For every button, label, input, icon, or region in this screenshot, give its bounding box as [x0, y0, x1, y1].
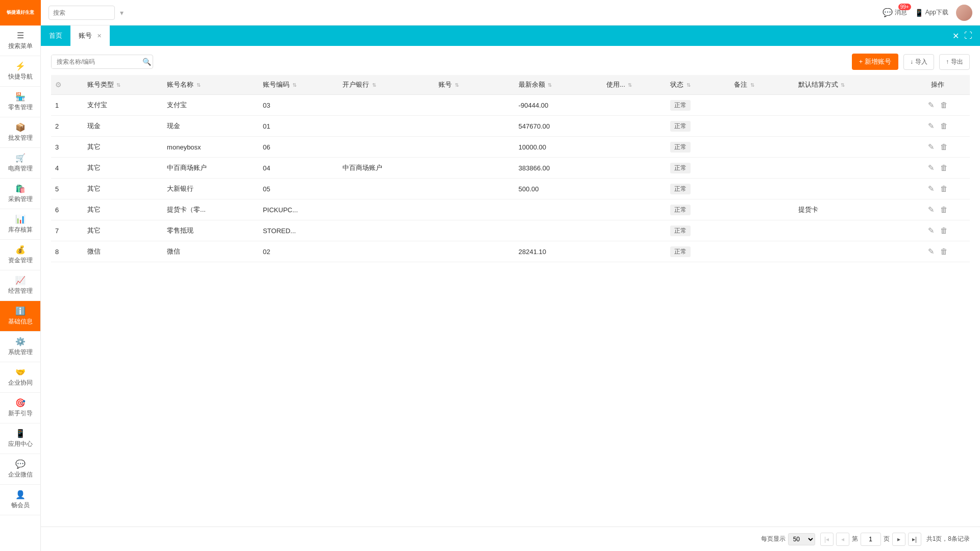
sidebar-item-search-menu[interactable]: ☰ 搜索菜单: [0, 26, 40, 56]
search-menu-icon: ☰: [3, 31, 38, 40]
cell-type: 微信: [83, 241, 163, 262]
cell-balance: -90444.00: [514, 95, 602, 116]
message-button[interactable]: 💬 消息 99+: [883, 8, 907, 17]
settings-icon[interactable]: ⚙: [55, 81, 62, 89]
edit-button[interactable]: ✎: [926, 99, 937, 111]
tab-close-action-icon[interactable]: ✕: [952, 31, 959, 41]
app-download-button[interactable]: 📱 App下载: [915, 8, 948, 17]
cell-name: 现金: [163, 116, 259, 137]
app-download-icon: 📱: [915, 9, 923, 17]
sidebar-item-operations-mgmt[interactable]: 📈 经营管理: [0, 270, 40, 301]
delete-button[interactable]: 🗑: [938, 246, 950, 257]
table-row: 5 其它 大新银行 05 500.00 正常 ✎ 🗑: [51, 179, 970, 199]
purchase-mgmt-icon: 🛍️: [3, 184, 38, 193]
cell-use: [602, 179, 666, 199]
member-icon: 👤: [3, 490, 38, 499]
cell-account: [434, 241, 514, 262]
ecommerce-mgmt-icon: 🛒: [3, 153, 38, 163]
cell-balance: 28241.10: [514, 241, 602, 262]
col-header-use[interactable]: 使用... ⇅: [602, 75, 666, 95]
col-header-remark[interactable]: 备注 ⇅: [730, 75, 794, 95]
sidebar-item-retail-mgmt[interactable]: 🏪 零售管理: [0, 87, 40, 117]
cell-default: 提货卡: [794, 199, 906, 220]
cell-use: [602, 116, 666, 137]
col-header-balance[interactable]: 最新余额 ⇅: [514, 75, 602, 95]
col-header-settings[interactable]: ⚙: [51, 75, 83, 95]
page-first-button[interactable]: |◂: [820, 533, 834, 546]
sidebar-item-basic-info[interactable]: ℹ️ 基础信息: [0, 301, 40, 332]
sidebar-item-enterprise-wechat[interactable]: 💬 企业微信: [0, 454, 40, 485]
cell-remark: [730, 137, 794, 158]
col-header-status[interactable]: 状态 ⇅: [666, 75, 730, 95]
sidebar-item-app-center[interactable]: 📱 应用中心: [0, 423, 40, 454]
total-info: 共1页，8条记录: [926, 535, 970, 543]
delete-button[interactable]: 🗑: [938, 99, 950, 110]
page-size-select[interactable]: 50 20 100: [788, 533, 815, 545]
sidebar-item-beginner-guide[interactable]: 🎯 新手引导: [0, 393, 40, 423]
table-row: 2 现金 现金 01 547670.00 正常 ✎ 🗑: [51, 116, 970, 137]
page-number-input[interactable]: [861, 533, 881, 546]
cell-status: 正常: [666, 137, 730, 158]
header-right: 💬 消息 99+ 📱 App下载: [883, 5, 972, 21]
page-last-button[interactable]: ▸|: [908, 533, 921, 546]
sidebar-item-purchase-mgmt[interactable]: 🛍️ 采购管理: [0, 179, 40, 209]
sidebar-item-system-mgmt[interactable]: ⚙️ 系统管理: [0, 332, 40, 362]
sidebar-item-quick-nav[interactable]: ⚡ 快捷导航: [0, 56, 40, 87]
cell-balance: 500.00: [514, 179, 602, 199]
cell-action: ✎ 🗑: [906, 241, 970, 262]
cell-bank: [338, 116, 434, 137]
page-next-button[interactable]: ▸: [892, 533, 905, 546]
tab-accounts-close[interactable]: ✕: [97, 33, 102, 39]
sidebar-item-ecommerce-mgmt[interactable]: 🛒 电商管理: [0, 148, 40, 179]
edit-button[interactable]: ✎: [926, 141, 937, 153]
col-header-default[interactable]: 默认结算方式 ⇅: [794, 75, 906, 95]
export-button[interactable]: ↑ 导出: [939, 54, 970, 70]
delete-button[interactable]: 🗑: [938, 141, 950, 152]
search-button[interactable]: 🔍: [138, 58, 153, 66]
cell-account: [434, 116, 514, 137]
delete-button[interactable]: 🗑: [938, 120, 950, 131]
system-mgmt-icon: ⚙️: [3, 337, 38, 346]
edit-button[interactable]: ✎: [926, 225, 937, 236]
sidebar-item-inventory[interactable]: 📊 库存核算: [0, 209, 40, 240]
edit-button[interactable]: ✎: [926, 246, 937, 257]
cell-default: [794, 95, 906, 116]
sidebar-item-enterprise-agreement[interactable]: 🤝 企业协同: [0, 362, 40, 393]
user-avatar[interactable]: [956, 5, 972, 21]
col-header-type[interactable]: 账号类型 ⇅: [83, 75, 163, 95]
edit-button[interactable]: ✎: [926, 204, 937, 215]
col-header-name[interactable]: 账号名称 ⇅: [163, 75, 259, 95]
table-row: 7 其它 零售抵现 STORED... 正常 ✎ 🗑: [51, 220, 970, 241]
tab-fullscreen-icon[interactable]: ⛶: [964, 31, 972, 40]
sort-default-icon: ⇅: [841, 82, 845, 88]
sidebar-item-finance-mgmt[interactable]: 💰 资金管理: [0, 240, 40, 270]
delete-button[interactable]: 🗑: [938, 204, 950, 215]
import-button[interactable]: ↓ 导入: [903, 54, 934, 70]
col-header-code[interactable]: 账号编码 ⇅: [259, 75, 339, 95]
cell-action: ✎ 🗑: [906, 199, 970, 220]
delete-button[interactable]: 🗑: [938, 162, 950, 173]
edit-button[interactable]: ✎: [926, 120, 937, 132]
cell-code: 02: [259, 241, 339, 262]
add-account-button[interactable]: + 新增账号: [852, 54, 898, 70]
tab-accounts[interactable]: 账号 ✕: [70, 26, 110, 46]
page-prev-button[interactable]: ◂: [836, 533, 849, 546]
cell-num: 7: [51, 220, 83, 241]
header-search-input[interactable]: [48, 6, 115, 20]
cell-balance: 10000.00: [514, 137, 602, 158]
tab-home[interactable]: 首页: [41, 26, 70, 46]
cell-action: ✎ 🗑: [906, 137, 970, 158]
delete-button[interactable]: 🗑: [938, 225, 950, 236]
edit-button[interactable]: ✎: [926, 162, 937, 173]
sidebar-item-wholesale-mgmt[interactable]: 📦 批发管理: [0, 117, 40, 148]
search-wrap: 🔍: [51, 55, 153, 69]
cell-bank: [338, 199, 434, 220]
header-dropdown-icon[interactable]: ▾: [120, 9, 124, 17]
sidebar-item-member[interactable]: 👤 畅会员: [0, 485, 40, 515]
edit-button[interactable]: ✎: [926, 183, 937, 194]
col-header-bank[interactable]: 开户银行 ⇅: [338, 75, 434, 95]
search-input[interactable]: [52, 55, 138, 68]
col-header-account[interactable]: 账号 ⇅: [434, 75, 514, 95]
wholesale-mgmt-icon: 📦: [3, 122, 38, 132]
delete-button[interactable]: 🗑: [938, 183, 950, 194]
